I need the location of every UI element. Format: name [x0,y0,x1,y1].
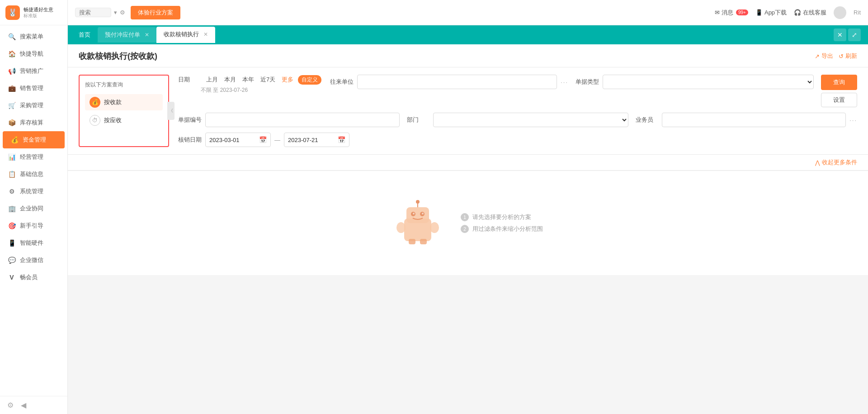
enterprise-icon: 🏢 [7,205,16,212]
close-prepay-tab[interactable]: ✕ [145,32,149,38]
counterparty-dots-icon[interactable]: ··· [561,79,568,86]
close-all-tabs-button[interactable]: ✕ [834,29,846,41]
sidebar-item-sales[interactable]: 💼 销售管理 [0,80,67,97]
topbar-search-input[interactable] [75,8,111,17]
app-download-action[interactable]: 📱 App下载 [755,9,787,17]
operation-icon: 📊 [7,153,16,161]
sidebar-item-member[interactable]: V 畅会员 [0,269,67,286]
dept-label: 部门 [407,116,429,124]
collection-option-icon: 💰 [90,97,100,108]
tab-prepay[interactable]: 预付冲应付单 ✕ [98,27,156,43]
salesperson-input[interactable] [662,113,846,127]
writeoff-date-start-calendar-icon[interactable]: 📅 [255,136,270,143]
tab-collection[interactable]: 收款核销执行 ✕ [156,27,215,43]
receivable-option-label: 按应收 [104,116,122,124]
filter-option-by-collection[interactable]: 💰 按收款 [85,94,163,110]
sidebar-item-marketing[interactable]: 📢 营销推广 [0,62,67,80]
filter-option-by-receivable[interactable]: ⏱ 按应收 [85,112,163,128]
close-collection-tab[interactable]: ✕ [203,31,208,38]
user-avatar[interactable] [834,6,846,19]
sidebar-item-wechat[interactable]: 💬 企业微信 [0,252,67,269]
logo-area: 🐰 畅捷通好生意 标准版 [0,0,67,25]
quick-date-this-month[interactable]: 本月 [222,75,238,85]
sidebar-item-finance[interactable]: 💰 资金管理 [3,131,65,148]
finance-icon: 💰 [10,136,19,143]
marketing-icon: 📢 [7,67,16,75]
sidebar-item-search[interactable]: 🔍 搜索菜单 [0,28,67,45]
collapse-chevron-icon: ⋀ [815,159,820,166]
filter-sidebar: 按以下方案查询 💰 按收款 ⏱ 按应收 《 [79,75,169,147]
writeoff-date-label: 核销日期 [178,136,202,144]
online-service-action[interactable]: 🎧 在线客服 [794,9,826,17]
filter-form: 日期 上月 本月 本年 近7天 更多 自定义 不限 至 2023-0 [178,75,857,147]
empty-step-1: 1 请先选择要分析的方案 [461,213,543,221]
basic-icon: 📋 [7,171,16,178]
home-icon: 🏠 [7,50,16,57]
logo-icon: 🐰 [5,5,20,20]
writeoff-date-start-wrap: 📅 [205,133,271,147]
settings-footer-icon[interactable]: ⚙ [7,401,14,409]
collapse-more-conditions-button[interactable]: ⋀ 收起更多条件 [815,158,857,167]
quick-date-this-year[interactable]: 本年 [241,75,256,85]
date-label: 日期 [178,76,201,84]
empty-step-2: 2 用过滤条件来缩小分析范围 [461,225,543,233]
filter-sidebar-collapse-button[interactable]: 《 [167,102,175,120]
dept-select[interactable] [433,113,628,127]
counterparty-field: 往来单位 ··· [330,75,568,89]
quick-date-custom[interactable]: 自定义 [298,75,321,85]
receivable-option-icon: ⏱ [90,115,100,126]
quick-date-last-month[interactable]: 上月 [204,75,220,85]
svg-rect-11 [420,239,427,244]
message-action[interactable]: ✉ 消息 99+ [715,9,748,17]
sidebar-item-inventory[interactable]: 📦 库存核算 [0,114,67,131]
system-icon: ⚙ [7,188,16,195]
sidebar-footer: ⚙ ◀ [0,396,67,414]
collapse-sidebar-icon[interactable]: ◀ [21,401,26,409]
page-content: 收款核销执行(按收款) ↗ 导出 ↺ 刷新 按以下方案查询 [68,44,868,414]
svg-point-4 [413,213,415,214]
doc-type-select[interactable] [603,75,814,89]
sidebar-item-hardware[interactable]: 📱 智能硬件 [0,234,67,252]
tabbar: 首页 预付冲应付单 ✕ 收款核销执行 ✕ ✕ ⤢ [68,25,868,44]
collection-option-label: 按收款 [104,98,122,106]
sidebar-item-operation[interactable]: 📊 经营管理 [0,148,67,166]
salesperson-dots-icon[interactable]: ··· [849,117,857,124]
sidebar-item-purchase[interactable]: 🛒 采购管理 [0,97,67,114]
counterparty-label: 往来单位 [330,78,354,86]
member-icon: V [7,274,16,281]
writeoff-date-end-input[interactable] [284,137,334,143]
export-icon: ↗ [815,53,820,60]
export-button[interactable]: ↗ 导出 [815,52,833,60]
doc-no-input[interactable] [205,113,400,127]
quick-date-more[interactable]: 更多 [280,75,295,85]
search-icon: 🔍 [7,33,16,40]
topbar-actions: ✉ 消息 99+ 📱 App下载 🎧 在线客服 Rit [715,6,861,19]
topbar-dropdown-icon[interactable]: ▾ [114,9,117,16]
sidebar-item-shortcut[interactable]: 🏠 快捷导航 [0,45,67,62]
writeoff-date-end-calendar-icon[interactable]: 📅 [334,136,349,143]
refresh-button[interactable]: ↺ 刷新 [839,52,857,60]
filter-sidebar-title: 按以下方案查询 [85,81,163,89]
sidebar-item-basic[interactable]: 📋 基础信息 [0,166,67,183]
app-icon: 📱 [755,9,763,16]
sidebar-item-enterprise[interactable]: 🏢 企业协同 [0,200,67,217]
counterparty-input[interactable] [357,75,557,89]
writeoff-date-start-input[interactable] [206,137,255,143]
dept-field: 部门 [407,113,628,127]
tab-home[interactable]: 首页 [71,27,98,43]
industry-solution-button[interactable]: 体验行业方案 [131,6,180,19]
doc-no-label: 单据编号 [178,116,202,124]
quick-date-7days[interactable]: 近7天 [259,75,277,85]
gear-icon[interactable]: ⚙ [120,9,125,16]
filter-actions: 查询 设置 [821,75,857,107]
settings-button[interactable]: 设置 [821,93,857,107]
sidebar: 🐰 畅捷通好生意 标准版 🔍 搜索菜单 🏠 快捷导航 📢 营销推广 💼 销售管理… [0,0,68,414]
sidebar-item-newbie[interactable]: 🎯 新手引导 [0,217,67,234]
inventory-icon: 📦 [7,119,16,126]
sidebar-item-system[interactable]: ⚙ 系统管理 [0,183,67,200]
query-button[interactable]: 查询 [821,75,857,90]
svg-point-5 [422,213,424,214]
svg-point-6 [396,222,406,233]
collapse-row: ⋀ 收起更多条件 [68,155,868,171]
expand-tabs-button[interactable]: ⤢ [848,29,861,41]
